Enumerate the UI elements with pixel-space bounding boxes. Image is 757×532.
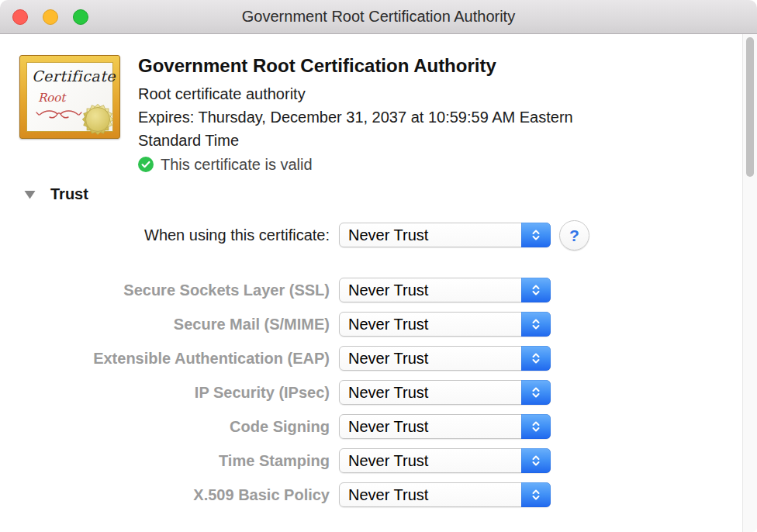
popup-chevrons-icon <box>521 448 551 473</box>
policy-label: Secure Sockets Layer (SSL) <box>0 282 330 299</box>
valid-check-icon <box>138 157 154 172</box>
popup-chevrons-icon <box>521 346 551 371</box>
window-title: Government Root Certification Authority <box>0 0 757 33</box>
policy-row-ipsec: IP Security (IPsec) Never Trust <box>0 380 551 405</box>
ssl-dropdown[interactable]: Never Trust <box>339 278 551 302</box>
x509-dropdown[interactable]: Never Trust <box>339 482 551 507</box>
policy-label: X.509 Basic Policy <box>0 486 330 504</box>
certificate-kind: Root certificate authority <box>138 82 673 105</box>
when-using-dropdown[interactable]: Never Trust <box>339 223 551 247</box>
certificate-icon-paper: Certificate Root <box>26 62 113 132</box>
trust-section-title: Trust <box>50 185 88 203</box>
policy-row-time-stamping: Time Stamping Never Trust <box>0 448 551 473</box>
scrollbar-thumb[interactable] <box>746 37 754 177</box>
policy-row-eap: Extensible Authentication (EAP) Never Tr… <box>0 346 551 371</box>
code-signing-dropdown[interactable]: Never Trust <box>339 414 551 439</box>
policy-label: Secure Mail (S/MIME) <box>0 316 330 333</box>
eap-dropdown[interactable]: Never Trust <box>339 346 551 371</box>
policy-label: Extensible Authentication (EAP) <box>0 350 330 368</box>
popup-chevrons-icon <box>521 482 551 507</box>
smime-dropdown[interactable]: Never Trust <box>339 312 551 337</box>
popup-chevrons-icon <box>521 223 551 247</box>
policy-label: Time Stamping <box>0 452 330 470</box>
certificate-name: Government Root Certification Authority <box>138 54 673 78</box>
certificate-validity-row: This certificate is valid <box>138 155 673 174</box>
policy-row-smime: Secure Mail (S/MIME) Never Trust <box>0 312 551 337</box>
certificate-icon-word: Certificate <box>32 67 116 85</box>
trust-section-header: Trust <box>23 185 88 203</box>
policy-row-ssl: Secure Sockets Layer (SSL) Never Trust <box>0 278 551 302</box>
when-using-row: When using this certificate: Never Trust <box>0 223 551 247</box>
when-using-label: When using this certificate: <box>0 226 330 244</box>
popup-chevrons-icon <box>521 278 551 302</box>
policy-label: Code Signing <box>0 418 330 436</box>
flourish-icon <box>33 108 85 122</box>
certificate-icon-root-word: Root <box>38 91 65 105</box>
help-button[interactable]: ? <box>559 220 589 250</box>
time-stamping-dropdown[interactable]: Never Trust <box>339 448 551 473</box>
disclosure-triangle-icon[interactable] <box>23 189 36 200</box>
policy-label: IP Security (IPsec) <box>0 384 330 402</box>
certificate-summary: Government Root Certification Authority … <box>138 54 673 174</box>
policy-row-code-signing: Code Signing Never Trust <box>0 414 551 439</box>
ipsec-dropdown[interactable]: Never Trust <box>339 380 551 405</box>
certificate-icon: Certificate Root <box>19 55 120 139</box>
policy-row-x509: X.509 Basic Policy Never Trust <box>0 482 551 507</box>
vertical-scrollbar[interactable] <box>742 34 757 532</box>
popup-chevrons-icon <box>521 414 551 439</box>
popup-chevrons-icon <box>521 312 551 337</box>
certificate-expiry: Expires: Thursday, December 31, 2037 at … <box>138 105 634 152</box>
popup-chevrons-icon <box>521 380 551 405</box>
certificate-validity-text: This certificate is valid <box>161 155 313 174</box>
window-titlebar: Government Root Certification Authority <box>0 0 757 34</box>
gold-seal-icon <box>80 102 116 137</box>
certificate-trust-window: Government Root Certification Authority … <box>0 0 757 532</box>
